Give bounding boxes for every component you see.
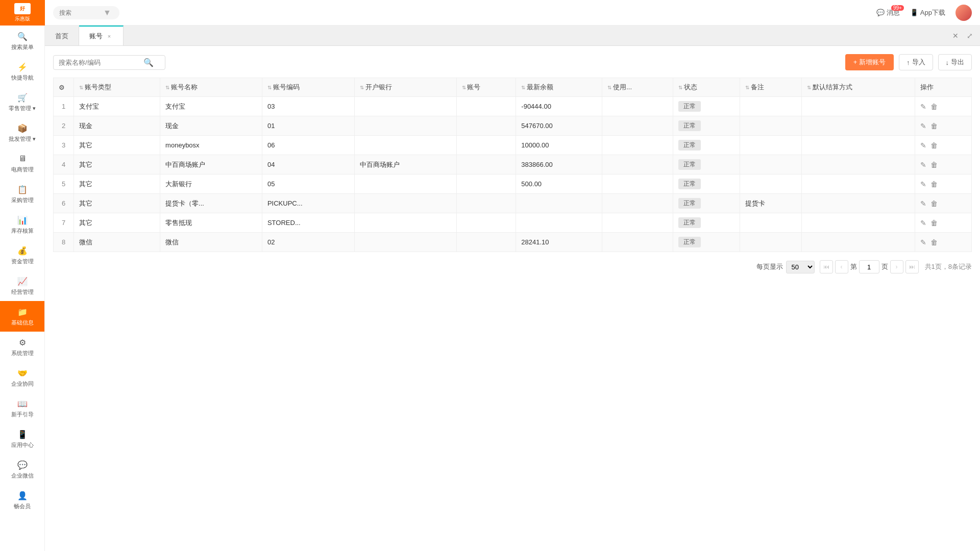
sidebar-item-quicknav[interactable]: ⚡ 快捷导航 [0,56,44,87]
page-size-selector: 每页显示 50 10 20 100 [756,261,815,273]
delete-button[interactable]: 🗑 [930,161,938,169]
sidebar-item-search[interactable]: 🔍 搜索菜单 [0,26,44,56]
delete-button[interactable]: 🗑 [930,141,938,149]
sidebar-item-enterprise[interactable]: 🤝 企业协同 [0,362,44,393]
app-download-button[interactable]: 📱 App下载 [910,8,945,17]
table-header-name[interactable]: 账号名称 [160,78,262,97]
row-usage [602,97,673,116]
delete-button[interactable]: 🗑 [930,238,938,246]
row-balance: 383866.00 [516,155,602,174]
row-default-settle [802,155,915,174]
export-button[interactable]: ↓ 导出 [938,54,972,70]
sidebar-item-wechat[interactable]: 💬 企业微信 [0,454,44,485]
edit-button[interactable]: ✎ [920,199,926,208]
sidebar-icon-member: 👤 [17,490,28,501]
sidebar-item-finance[interactable]: 💰 资金管理 [0,240,44,270]
table-header-account[interactable]: 账号 [456,78,516,97]
message-button[interactable]: 💬 消息 99+ [876,8,900,17]
table-row: 5 其它 大新银行 05 500.00 正常 ✎ 🗑 [54,174,972,194]
row-status: 正常 [673,233,740,252]
sidebar-item-appcenter[interactable]: 📱 应用中心 [0,423,44,454]
main-area: ▼ 💬 消息 99+ 📱 App下载 首页 账号 × ✕ ⤢ [45,0,980,551]
first-page-button[interactable]: ⏮ [820,260,833,273]
row-account [456,136,516,155]
sidebar-item-guide[interactable]: 📖 新手引导 [0,393,44,423]
add-account-button[interactable]: + 新增账号 [845,54,894,70]
edit-button[interactable]: ✎ [920,141,926,149]
row-account [456,97,516,116]
sidebar-label-retail: 零售管理 ▾ [9,105,36,112]
sidebar-item-system[interactable]: ⚙ 系统管理 [0,332,44,362]
row-account [456,174,516,194]
sidebar-item-basic[interactable]: 📁 基础信息 [0,301,44,332]
page-size-select[interactable]: 50 10 20 100 [786,261,815,273]
sidebar-icon-quicknav: ⚡ [17,61,28,72]
delete-button[interactable]: 🗑 [930,199,938,208]
sidebar-item-operations[interactable]: 📈 经营管理 [0,270,44,301]
table-header-code[interactable]: 账号编码 [262,78,354,97]
row-default-settle [802,213,915,233]
row-actions: ✎ 🗑 [915,155,971,174]
table-header-default-settle[interactable]: 默认结算方式 [802,78,915,97]
delete-button[interactable]: 🗑 [930,103,938,111]
topbar-search-box[interactable]: ▼ [53,6,119,19]
edit-button[interactable]: ✎ [920,122,926,130]
row-type: 其它 [74,136,160,155]
row-actions: ✎ 🗑 [915,97,971,116]
import-button[interactable]: ↑ 导入 [899,54,933,70]
topbar-search-input[interactable] [59,9,100,16]
row-name: 微信 [160,233,262,252]
tab-account-close[interactable]: × [106,33,113,40]
row-name: 支付宝 [160,97,262,116]
page-number-input[interactable] [859,260,879,273]
table-header-usage[interactable]: 使用... [602,78,673,97]
delete-button[interactable]: 🗑 [930,122,938,130]
edit-button[interactable]: ✎ [920,238,926,246]
row-balance: 28241.10 [516,233,602,252]
export-label: 导出 [951,58,964,67]
table-header-settings[interactable]: ⚙ [54,78,74,97]
table-header-note[interactable]: 备注 [740,78,802,97]
row-bank [354,136,456,155]
sidebar-item-retail[interactable]: 🛒 零售管理 ▾ [0,87,44,117]
sidebar-label-guide: 新手引导 [11,411,34,418]
edit-button[interactable]: ✎ [920,161,926,169]
sidebar-icon-wechat: 💬 [17,459,28,470]
row-usage [602,116,673,136]
tab-close-btn[interactable]: ✕ [949,30,962,42]
delete-button[interactable]: 🗑 [930,180,938,188]
edit-button[interactable]: ✎ [920,219,926,227]
tab-home[interactable]: 首页 [45,26,79,45]
edit-button[interactable]: ✎ [920,103,926,111]
account-search-box[interactable]: 🔍 [53,55,165,70]
account-search-input[interactable] [59,59,140,66]
sidebar-item-inventory[interactable]: 📊 库存核算 [0,209,44,240]
sidebar-item-purchase[interactable]: 📋 采购管理 [0,179,44,209]
sidebar-item-wholesale[interactable]: 📦 批发管理 ▾ [0,117,44,148]
table-header-balance[interactable]: 最新余额 [516,78,602,97]
sidebar-icon-operations: 📈 [17,276,28,287]
table-header-type[interactable]: 账号类型 [74,78,160,97]
prev-page-button[interactable]: ‹ [835,260,848,273]
sidebar-item-ecommerce[interactable]: 🖥 电商管理 [0,148,44,179]
row-bank [354,213,456,233]
row-type: 其它 [74,213,160,233]
topbar-right: 💬 消息 99+ 📱 App下载 [876,5,972,21]
tab-maximize-btn[interactable]: ⤢ [964,30,976,42]
table-header-status[interactable]: 状态 [673,78,740,97]
delete-button[interactable]: 🗑 [930,219,938,227]
sidebar-item-member[interactable]: 👤 畅会员 [0,485,44,515]
brand-logo[interactable]: 好 乐惠版 [0,0,45,26]
page-label: 第 [850,262,857,271]
user-avatar[interactable] [955,5,972,21]
row-note: 提货卡 [740,194,802,213]
row-bank [354,116,456,136]
edit-button[interactable]: ✎ [920,180,926,188]
tab-account[interactable]: 账号 × [79,26,124,45]
last-page-button[interactable]: ⏭ [905,260,919,273]
page-size-label: 每页显示 [756,262,783,271]
row-note [740,97,802,116]
row-num: 7 [54,213,74,233]
table-header-bank[interactable]: 开户银行 [354,78,456,97]
next-page-button[interactable]: › [890,260,903,273]
